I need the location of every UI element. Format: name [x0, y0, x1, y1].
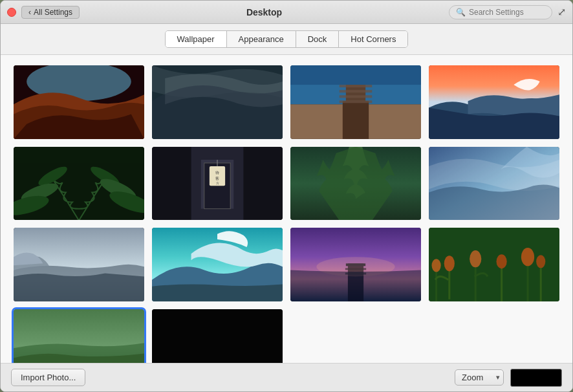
tab-appearance[interactable]: Appearance	[227, 31, 296, 47]
wallpaper-item[interactable]	[152, 309, 283, 363]
wallpaper-item[interactable]	[152, 228, 283, 301]
search-icon: 🔍	[456, 8, 466, 17]
svg-text:待: 待	[215, 171, 219, 175]
wallpaper-grid: 待 客 方	[14, 65, 559, 363]
zoom-select-container: Zoom Fill Fit Stretch Center	[455, 369, 504, 386]
wallpaper-preview	[429, 147, 559, 221]
svg-rect-12	[290, 65, 421, 85]
wallpaper-item[interactable]	[290, 65, 421, 139]
wallpaper-item[interactable]	[429, 228, 559, 301]
wallpaper-preview	[290, 147, 421, 221]
wallpaper-item[interactable]	[290, 147, 421, 221]
wallpaper-item[interactable]	[14, 147, 144, 221]
wallpaper-item[interactable]	[429, 65, 559, 139]
wallpaper-preview	[290, 228, 421, 301]
svg-rect-8	[340, 85, 373, 87]
wallpaper-preview	[14, 309, 144, 363]
svg-rect-10	[340, 95, 373, 98]
svg-rect-11	[340, 100, 373, 103]
wallpaper-item[interactable]	[14, 228, 144, 301]
svg-text:客: 客	[215, 176, 219, 180]
import-photo-button[interactable]: Import Photo...	[11, 369, 85, 386]
wallpaper-preview	[152, 65, 283, 139]
window-title: Desktop	[80, 7, 449, 17]
wallpaper-item[interactable]: 待 客 方	[152, 147, 283, 221]
svg-rect-53	[429, 228, 559, 301]
back-button[interactable]: ‹ All Settings	[21, 6, 80, 19]
wallpaper-content: 待 客 方	[1, 55, 572, 363]
search-input[interactable]	[469, 8, 540, 17]
expand-button[interactable]: ⤢	[557, 6, 566, 18]
wallpaper-preview	[429, 228, 559, 301]
titlebar: × ‹ All Settings Desktop 🔍 ⤢	[1, 1, 572, 24]
zoom-wrapper: Zoom Fill Fit Stretch Center	[455, 369, 504, 386]
tab-dock[interactable]: Dock	[296, 31, 340, 47]
close-button[interactable]: ×	[7, 8, 16, 17]
wallpaper-preview	[429, 65, 559, 139]
settings-window: × ‹ All Settings Desktop 🔍 ⤢ Wallpaper A…	[0, 0, 573, 392]
back-chevron-icon: ‹	[28, 8, 31, 17]
wallpaper-preview	[14, 228, 144, 301]
tab-wallpaper[interactable]: Wallpaper	[166, 31, 227, 47]
wallpaper-item[interactable]	[152, 65, 283, 139]
wallpaper-preview	[14, 147, 144, 221]
svg-text:方: 方	[216, 181, 219, 185]
tab-hot-corners[interactable]: Hot Corners	[339, 31, 407, 47]
wallpaper-preview	[290, 65, 421, 139]
wallpaper-preview	[14, 65, 144, 139]
wallpaper-item[interactable]	[290, 228, 421, 301]
footer: Import Photo... Zoom Fill Fit Stretch Ce…	[1, 363, 572, 391]
wallpaper-preview	[152, 309, 283, 363]
svg-rect-55	[152, 309, 283, 363]
tab-group: Wallpaper Appearance Dock Hot Corners	[165, 30, 409, 48]
svg-rect-7	[343, 101, 369, 138]
wallpaper-preview: 待 客 方	[152, 147, 283, 221]
wallpaper-item[interactable]	[14, 65, 144, 139]
svg-rect-9	[340, 90, 373, 93]
wallpaper-preview	[152, 228, 283, 301]
wallpaper-item[interactable]: ✓	[14, 309, 144, 363]
tabs-bar: Wallpaper Appearance Dock Hot Corners	[1, 24, 572, 55]
background-color-swatch[interactable]	[510, 369, 562, 387]
wallpaper-item[interactable]	[429, 147, 559, 221]
zoom-select[interactable]: Zoom Fill Fit Stretch Center	[455, 369, 504, 386]
search-box: 🔍	[449, 5, 552, 19]
